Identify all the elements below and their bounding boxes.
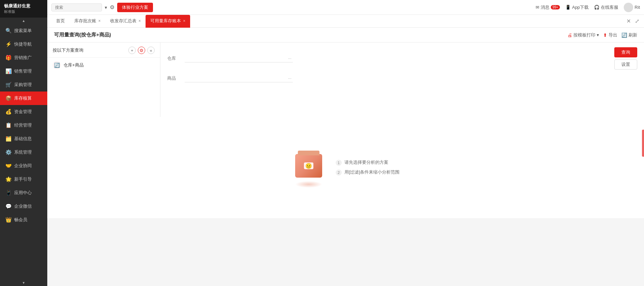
sidebar-icon-inventory: 📦 <box>5 95 11 101</box>
topbar-right: ✉ 消息 99+ 📱 App下载 🎧 在线客服 Rit <box>536 3 640 12</box>
sidebar-item-newbie[interactable]: 🌟 新手引导 <box>0 173 47 186</box>
page-header: 可用量查询(按仓库+商品) 🖨 按模板打印 ▾ ⬆ 导出 🔄 刷新 <box>47 28 644 43</box>
print-icon: 🖨 <box>567 32 572 38</box>
query-left-header: 按以下方案查询 + ⚙ « <box>47 47 160 58</box>
brand-sub: 标准版 <box>4 9 43 14</box>
hint-num-2: 2 <box>336 170 342 176</box>
setting-button[interactable]: 设置 <box>614 59 637 70</box>
empty-state: 😐 1 请先选择要分析的方案 2 用[过滤]条件来缩小分析范围 <box>47 117 644 218</box>
sidebar-icon-member: 👑 <box>5 217 11 223</box>
sidebar: 畅康通好生意 标准版 ▲ 🔍 搜索菜单 ⚡ 快捷导航 🎁 营销推广 📊 销售管理… <box>0 0 47 286</box>
sidebar-label-enterprise: 企业协同 <box>14 163 32 169</box>
sidebar-menu: 🔍 搜索菜单 ⚡ 快捷导航 🎁 营销推广 📊 销售管理 🛒 采购管理 📦 库存核… <box>0 24 47 280</box>
close-tab-button[interactable]: ✕ <box>626 17 632 25</box>
tabbar-actions: ✕ ⤢ <box>626 17 640 25</box>
app-download-item[interactable]: 📱 App下载 <box>565 4 589 10</box>
goods-more-icon[interactable]: ··· <box>288 76 291 81</box>
sidebar-scroll-up[interactable]: ▲ <box>0 18 47 24</box>
service-item[interactable]: 🎧 在线客服 <box>594 4 618 10</box>
sidebar-label-finance: 资金管理 <box>14 109 32 115</box>
query-button[interactable]: 查询 <box>614 47 637 57</box>
warehouse-more-icon[interactable]: ··· <box>288 56 291 61</box>
export-label: 导出 <box>609 32 617 38</box>
sidebar-header: 畅康通好生意 标准版 <box>0 0 47 18</box>
sidebar-icon-basics: 🗂️ <box>5 136 11 142</box>
print-dropdown-icon[interactable]: ▾ <box>597 32 599 37</box>
query-area: 按以下方案查询 + ⚙ « 🔄 仓库+商品 仓库 <box>47 43 644 117</box>
sidebar-icon-system: ⚙️ <box>5 149 11 155</box>
tab-close-available[interactable]: × <box>183 19 185 23</box>
empty-hint-2: 2 用[过滤]条件来缩小分析范围 <box>336 169 400 176</box>
service-label: 在线客服 <box>601 4 618 10</box>
sidebar-item-inventory[interactable]: 📦 库存核算 <box>0 92 47 105</box>
tab-summary[interactable]: 收发存汇总表× <box>105 15 146 28</box>
goods-input[interactable] <box>185 74 293 82</box>
sidebar-icon-purchase: 🛒 <box>5 82 11 88</box>
warehouse-input[interactable] <box>185 54 293 62</box>
hint-text-1: 请先选择要分析的方案 <box>344 159 388 165</box>
sidebar-icon-finance: 💰 <box>5 109 11 115</box>
query-right-panel: 仓库 ··· 查询 设置 商品 ··· <box>160 43 644 117</box>
scheme-label: 仓库+商品 <box>63 62 84 68</box>
print-action[interactable]: 🖨 按模板打印 ▾ <box>567 32 599 38</box>
sidebar-label-operation: 经营管理 <box>14 122 32 128</box>
sidebar-item-enterprise[interactable]: 🤝 企业协同 <box>0 159 47 173</box>
sidebar-label-search: 搜索菜单 <box>14 28 32 34</box>
sidebar-scroll-down[interactable]: ▼ <box>0 280 47 286</box>
tab-available[interactable]: 可用量库存账本× <box>146 15 190 28</box>
tab-close-batch[interactable]: × <box>98 19 101 23</box>
sidebar-item-sales[interactable]: 📊 销售管理 <box>0 64 47 78</box>
goods-label: 商品 <box>167 75 181 81</box>
topbar-search-input[interactable] <box>51 3 102 11</box>
topbar-dropdown-icon[interactable]: ▾ <box>105 5 107 10</box>
empty-text: 1 请先选择要分析的方案 2 用[过滤]条件来缩小分析范围 <box>336 159 400 176</box>
sidebar-item-marketing[interactable]: 🎁 营销推广 <box>0 51 47 64</box>
tab-close-summary[interactable]: × <box>138 19 141 23</box>
right-scroll-hint <box>642 130 644 157</box>
trial-button[interactable]: 体验行业方案 <box>117 3 153 12</box>
sidebar-label-wechat: 企业微信 <box>14 203 32 209</box>
add-scheme-button[interactable]: + <box>128 47 136 54</box>
sidebar-item-basics[interactable]: 🗂️ 基础信息 <box>0 132 47 146</box>
settings-scheme-button[interactable]: ⚙ <box>138 47 145 54</box>
message-badge: 99+ <box>551 5 560 9</box>
expand-button[interactable]: ⤢ <box>634 17 640 25</box>
query-btn-area: 查询 设置 <box>614 47 637 70</box>
sidebar-icon-marketing: 🎁 <box>5 55 11 61</box>
message-label: 消息 <box>541 4 549 10</box>
sidebar-item-finance[interactable]: 💰 资金管理 <box>0 105 47 119</box>
message-item[interactable]: ✉ 消息 99+ <box>536 4 560 10</box>
query-left-icons: + ⚙ « <box>128 47 155 54</box>
hint-num-1: 1 <box>336 160 342 166</box>
sidebar-label-marketing: 营销推广 <box>14 55 32 61</box>
export-action[interactable]: ⬆ 导出 <box>603 32 617 38</box>
query-scheme-item[interactable]: 🔄 仓库+商品 <box>47 58 160 73</box>
collapse-button[interactable]: « <box>147 47 155 54</box>
sidebar-label-shortcut: 快捷导航 <box>14 41 32 47</box>
sidebar-item-operation[interactable]: 📋 经营管理 <box>0 119 47 132</box>
query-left-label: 按以下方案查询 <box>53 47 83 53</box>
tab-home[interactable]: 首页 <box>51 15 70 28</box>
refresh-action[interactable]: 🔄 刷新 <box>621 32 637 38</box>
sidebar-item-member[interactable]: 👑 畅会员 <box>0 213 47 227</box>
tab-label-batch: 库存批次账 <box>74 18 96 24</box>
sidebar-item-apps[interactable]: 📱 应用中心 <box>0 186 47 200</box>
query-row-warehouse: 仓库 ··· 查询 设置 <box>167 47 637 70</box>
query-left-panel: 按以下方案查询 + ⚙ « 🔄 仓库+商品 <box>47 43 160 117</box>
sidebar-item-purchase[interactable]: 🛒 采购管理 <box>0 78 47 92</box>
user-item[interactable]: Rit <box>624 3 640 12</box>
sidebar-item-shortcut[interactable]: ⚡ 快捷导航 <box>0 37 47 51</box>
sidebar-icon-newbie: 🌟 <box>5 176 11 182</box>
sidebar-label-apps: 应用中心 <box>14 190 32 196</box>
tab-label-available: 可用量库存账本 <box>150 18 181 24</box>
sidebar-item-wechat[interactable]: 💬 企业微信 <box>0 200 47 213</box>
tab-batch[interactable]: 库存批次账× <box>70 15 105 28</box>
topbar-gear-icon[interactable]: ⚙ <box>110 4 114 10</box>
sidebar-item-system[interactable]: ⚙️ 系统管理 <box>0 146 47 159</box>
goods-input-wrap: ··· <box>185 74 293 82</box>
print-label: 按模板打印 <box>573 32 595 38</box>
app-label: App下载 <box>572 4 589 10</box>
empty-illustration: 😐 <box>292 151 326 184</box>
warehouse-input-wrap: ··· <box>185 54 293 62</box>
sidebar-item-search[interactable]: 🔍 搜索菜单 <box>0 24 47 37</box>
